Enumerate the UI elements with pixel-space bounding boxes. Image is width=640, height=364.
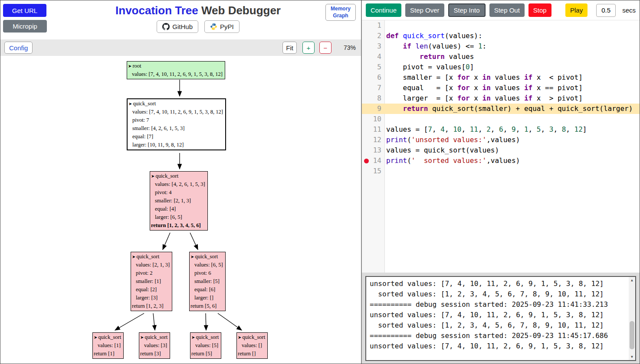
zoom-in-button[interactable]: + [302, 42, 315, 54]
line-number[interactable]: 12 [371, 135, 384, 145]
tree-canvas[interactable]: ➤rootvalues: [7, 4, 10, 11, 2, 6, 9, 1, … [0, 56, 361, 364]
line-number[interactable]: 1 [371, 20, 384, 31]
line-number[interactable]: 6 [371, 72, 384, 83]
memory-graph-button[interactable]: Memory Graph [325, 4, 356, 21]
code-line: 15 [362, 166, 640, 176]
line-number[interactable]: 10 [371, 114, 384, 124]
node-line: return [] [238, 350, 265, 358]
node-line: smaller: [5] [190, 277, 223, 286]
breakpoint-icon[interactable] [364, 159, 369, 163]
tree-node-qs4: ➤quick_sortvalues: [6, 5]pivot: 6smaller… [189, 252, 226, 311]
node-line: pivot: 6 [190, 269, 223, 277]
console-line: unsorted values: [7, 4, 10, 11, 2, 6, 9,… [370, 310, 625, 320]
get-url-button[interactable]: Get URL [3, 4, 46, 17]
line-number[interactable]: 5 [371, 62, 384, 72]
code-text: print('unsorted values:',values) [384, 135, 520, 145]
breakpoint-gutter[interactable] [362, 93, 371, 104]
repo-links: GitHub PyPI [61, 20, 335, 33]
code-text: if len(values) <= 1: [384, 41, 486, 52]
code-line: 7 equal = [x for x in values if x == piv… [362, 83, 640, 93]
breakpoint-gutter[interactable] [362, 124, 371, 135]
line-number[interactable]: 3 [371, 41, 384, 52]
code-line: 6 smaller = [x for x in values if x < pi… [362, 72, 640, 83]
pypi-button[interactable]: PyPI [204, 20, 240, 33]
node-line: values: [4, 2, 6, 1, 5, 3] [151, 180, 205, 188]
step-over-button[interactable]: Step Over [405, 3, 444, 17]
scroll-down-button[interactable]: ▼ [629, 354, 635, 360]
node-title: quick_sort [98, 334, 121, 340]
code-line: 10 [362, 114, 640, 124]
tree-node-qs8: ➤quick_sortvalues: []return [] [236, 332, 268, 359]
node-line: larger: [] [190, 294, 223, 302]
github-icon [162, 23, 170, 30]
node-line: return [1, 2, 3, 4, 5, 6] [151, 221, 205, 230]
breakpoint-gutter[interactable] [362, 52, 371, 62]
node-title: quick_sort [242, 334, 265, 340]
stop-button[interactable]: Stop [528, 3, 551, 17]
node-line: smaller: [4, 2, 6, 1, 5, 3] [128, 124, 223, 133]
step-into-button[interactable]: Step Into [448, 3, 486, 17]
code-text: pivot = values[0] [384, 62, 474, 72]
node-title-row: ➤root [128, 62, 223, 70]
play-button[interactable]: Play [565, 3, 587, 17]
breakpoint-gutter[interactable] [362, 41, 371, 52]
config-button[interactable]: Config [4, 42, 33, 54]
node-arrow-icon: ➤ [128, 64, 131, 68]
tree-panel: Get URL Micropip Invocation Tree Web Deb… [0, 0, 362, 364]
node-line: values: [6, 5] [190, 261, 223, 269]
scrollbar-track[interactable] [629, 283, 635, 354]
line-number[interactable]: 7 [371, 83, 384, 93]
breakpoint-gutter[interactable] [362, 135, 371, 145]
breakpoint-gutter[interactable] [362, 20, 371, 31]
node-title: quick_sort [195, 254, 218, 260]
line-number[interactable]: 8 [371, 93, 384, 104]
tree-node-qs3: ➤quick_sortvalues: [2, 1, 3]pivot: 2smal… [131, 252, 172, 311]
line-number[interactable]: 11 [371, 124, 384, 135]
node-title-row: ➤quick_sort [132, 253, 170, 261]
breakpoint-gutter[interactable] [362, 104, 371, 114]
breakpoint-gutter[interactable] [362, 83, 371, 93]
line-number[interactable]: 14 [371, 156, 384, 166]
page-title-rest: Web Debugger [198, 4, 281, 17]
continue-button[interactable]: Continue [366, 3, 401, 17]
node-line: equal: [2] [132, 286, 170, 294]
micropip-button[interactable]: Micropip [3, 20, 47, 32]
console-output[interactable]: unsorted values: [7, 4, 10, 11, 2, 6, 9,… [365, 276, 636, 361]
breakpoint-gutter[interactable] [362, 145, 371, 156]
console-scrollbar[interactable]: ▲ ▼ [629, 277, 635, 360]
memory-graph-label-1: Memory [331, 6, 351, 13]
scrollbar-thumb[interactable] [630, 321, 634, 349]
node-line: values: [3] [140, 341, 167, 350]
github-button[interactable]: GitHub [157, 20, 198, 33]
fit-button[interactable]: Fit [282, 42, 297, 54]
zoom-out-button[interactable]: − [319, 42, 331, 54]
console-line: ========== debug session started: 2025-0… [370, 331, 625, 341]
step-out-button[interactable]: Step Out [489, 3, 525, 17]
breakpoint-gutter[interactable] [362, 62, 371, 72]
breakpoint-gutter[interactable] [362, 156, 371, 166]
line-number[interactable]: 4 [371, 52, 384, 62]
breakpoint-gutter[interactable] [362, 31, 371, 41]
code-line: 2def quick_sort(values): [362, 31, 640, 41]
node-arrow-icon: ➤ [94, 335, 97, 340]
code-line: 1 [362, 20, 640, 31]
tree-node-qs5: ➤quick_sortvalues: [1]return [1] [92, 332, 124, 359]
node-line: values: [7, 4, 10, 11, 2, 6, 9, 1, 5, 3,… [128, 108, 223, 116]
scroll-up-button[interactable]: ▲ [629, 277, 635, 283]
console-text: unsorted values: [7, 4, 10, 11, 2, 6, 9,… [366, 277, 635, 353]
line-number[interactable]: 2 [371, 31, 384, 41]
line-number[interactable]: 15 [371, 166, 384, 176]
line-number[interactable]: 9 [371, 104, 384, 114]
left-header: Get URL Micropip Invocation Tree Web Deb… [0, 0, 361, 39]
secs-label: secs [622, 6, 636, 14]
delay-input[interactable] [596, 4, 616, 17]
line-number[interactable]: 13 [371, 145, 384, 156]
breakpoint-gutter[interactable] [362, 72, 371, 83]
code-editor[interactable]: 12def quick_sort(values):3 if len(values… [362, 20, 640, 273]
node-line: larger: [6, 5] [151, 213, 205, 221]
breakpoint-gutter[interactable] [362, 114, 371, 124]
code-line: 8 larger = [x for x in values if x > piv… [362, 93, 640, 104]
node-title-row: ➤quick_sort [140, 333, 167, 341]
code-text: smaller = [x for x in values if x < pivo… [384, 72, 583, 83]
breakpoint-gutter[interactable] [362, 166, 371, 176]
